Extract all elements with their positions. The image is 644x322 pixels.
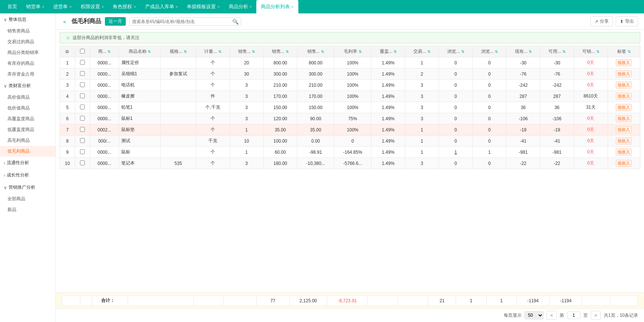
close-icon[interactable]: × [134,4,136,9]
col-transactions[interactable]: 交易... ⇅ [405,46,439,57]
search-input[interactable] [132,19,232,24]
sort-icon[interactable]: ⇅ [495,50,498,54]
nav-template-settings[interactable]: 单据模板设置 × [182,0,224,13]
row-browse1[interactable]: 0 [439,158,472,169]
sort-icon[interactable]: ⇅ [461,50,464,54]
row-checkbox[interactable] [75,147,90,158]
row-checkbox[interactable] [75,80,90,91]
close-icon[interactable]: × [217,4,220,9]
sort-icon[interactable]: ⇅ [394,50,397,54]
select-all-checkbox[interactable] [80,49,85,54]
sidebar-section-marketing[interactable]: ∨ 营销推广分析 [0,181,55,194]
col-spec[interactable]: 规格... ⇅ [161,46,196,57]
row-checkbox[interactable] [75,68,90,80]
sort-icon[interactable]: ⇅ [218,50,221,54]
close-icon[interactable]: × [42,4,44,9]
next-page-button[interactable]: ＞ [591,311,601,320]
row-select-checkbox[interactable] [80,127,85,132]
nav-sales-order[interactable]: 销货单 × [22,0,49,13]
nav-home[interactable]: 首页 [3,0,22,13]
col-stock2[interactable]: 可用... ⇅ [540,46,574,57]
row-select-checkbox[interactable] [80,160,85,165]
row-select-checkbox[interactable] [80,149,85,154]
col-checkbox[interactable] [75,46,90,57]
row-select-checkbox[interactable] [80,82,85,87]
page-size-select[interactable]: 50 20 100 [525,311,544,319]
close-icon[interactable]: × [69,4,71,9]
row-checkbox[interactable] [75,113,90,124]
sidebar-item-sales-products[interactable]: 销售类商品 [0,26,55,36]
sort-icon[interactable]: ⇅ [108,50,110,54]
sidebar-section-growth[interactable]: › 成长性分析 [0,169,55,181]
row-checkbox[interactable] [75,91,90,102]
col-sales1[interactable]: 销售... ⇅ [230,46,263,57]
col-unit[interactable]: 计量... ⇅ [196,46,230,57]
row-checkbox[interactable] [75,158,90,169]
sidebar-section-wealth[interactable]: ∨ 类财富分析 [0,80,55,92]
row-select-checkbox[interactable] [80,60,85,65]
share-button[interactable]: ↗ 分享 [590,16,613,26]
row-browse1[interactable]: 0 [439,80,472,91]
sidebar-item-new-products[interactable]: 新品 [0,204,55,215]
nav-product-analysis[interactable]: 商品分析 × [224,0,256,13]
sort-icon[interactable]: ⇅ [252,50,255,54]
prev-page-button[interactable]: ＜ [547,311,557,320]
row-checkbox[interactable] [75,57,90,68]
browse-link[interactable]: 1 [455,150,457,155]
sidebar-section-liquidity[interactable]: › 流通性分析 [0,157,55,169]
sort-icon[interactable]: ⇅ [563,50,565,54]
close-icon[interactable]: × [176,4,178,9]
close-icon[interactable]: × [102,4,104,9]
col-coverage[interactable]: 覆盖... ⇅ [371,46,405,57]
sidebar-section-overall[interactable]: ∨ 整体信息 [0,13,55,26]
col-stock1[interactable]: 现有... ⇅ [506,46,540,57]
sidebar-item-inventory-capital[interactable]: 库存资金占用 [0,69,55,80]
sort-icon[interactable]: ⇅ [359,50,362,54]
settings-icon[interactable]: ⚙ [65,49,69,54]
row-browse1[interactable]: 0 [439,68,472,80]
col-code[interactable]: 商... ⇅ [90,46,119,57]
row-select-checkbox[interactable] [80,105,85,109]
sidebar-item-category-sales-rate[interactable]: 商品分类助销率 [0,47,55,58]
row-browse1[interactable]: 0 [439,113,472,124]
row-checkbox[interactable] [75,124,90,136]
col-browse1[interactable]: 浏览... ⇅ [439,46,472,57]
sort-icon[interactable]: ⇅ [321,50,324,54]
sidebar-item-in-stock[interactable]: 有库存的商品 [0,58,55,69]
col-settings[interactable]: ⚙ [60,46,75,57]
row-browse1[interactable]: 1 [439,147,472,158]
sidebar-item-high-margin[interactable]: 高毛利商品 [0,135,55,146]
row-checkbox[interactable] [75,136,90,147]
nav-role-auth[interactable]: 角色授权 × [108,0,140,13]
row-select-checkbox[interactable] [80,93,85,98]
col-margin[interactable]: 毛利率 ⇅ [334,46,371,57]
sort-icon[interactable]: ⇅ [529,50,532,54]
export-button[interactable]: ⬆ 导出 [616,16,638,26]
nav-product-entry[interactable]: 产成品入库单 × [141,0,182,13]
col-sales2[interactable]: 销售... ⇅ [263,46,297,57]
col-stock3[interactable]: 可销... ⇅ [574,46,608,57]
close-icon[interactable]: × [250,4,252,9]
row-select-checkbox[interactable] [80,116,85,121]
sidebar-item-low-value[interactable]: 低价值商品 [0,103,55,114]
col-name[interactable]: 商品名称 ⇅ [119,46,161,57]
nav-purchase-order[interactable]: 进货单 × [49,0,76,13]
row-checkbox[interactable] [75,102,90,113]
nav-product-analysis-list[interactable]: 商品分析列表 × [256,0,298,13]
col-tag[interactable]: 标签 ⇅ [608,46,640,57]
sidebar-item-low-margin[interactable]: 低毛利商品 [0,146,55,157]
search-icon[interactable]: 🔍 [232,19,238,25]
sort-icon[interactable]: ⇅ [427,50,430,54]
col-browse2[interactable]: 浏览... ⇅ [472,46,506,57]
row-browse1[interactable]: 0 [439,91,472,102]
sidebar-item-high-value[interactable]: 高价值商品 [0,92,55,103]
sort-icon[interactable]: ⇅ [628,50,631,54]
sort-icon[interactable]: ⇅ [184,50,187,54]
row-browse1[interactable]: 0 [439,102,472,113]
sidebar-item-high-coverage[interactable]: 高覆盖度商品 [0,114,55,124]
sort-icon[interactable]: ⇅ [148,50,151,54]
col-sales3[interactable]: 销售... ⇅ [297,46,334,57]
sidebar-item-all-products[interactable]: 全部商品 [0,194,55,204]
sidebar-item-traded-products[interactable]: 交易过的商品 [0,36,55,47]
sidebar-item-low-coverage[interactable]: 低覆盖度商品 [0,124,55,135]
